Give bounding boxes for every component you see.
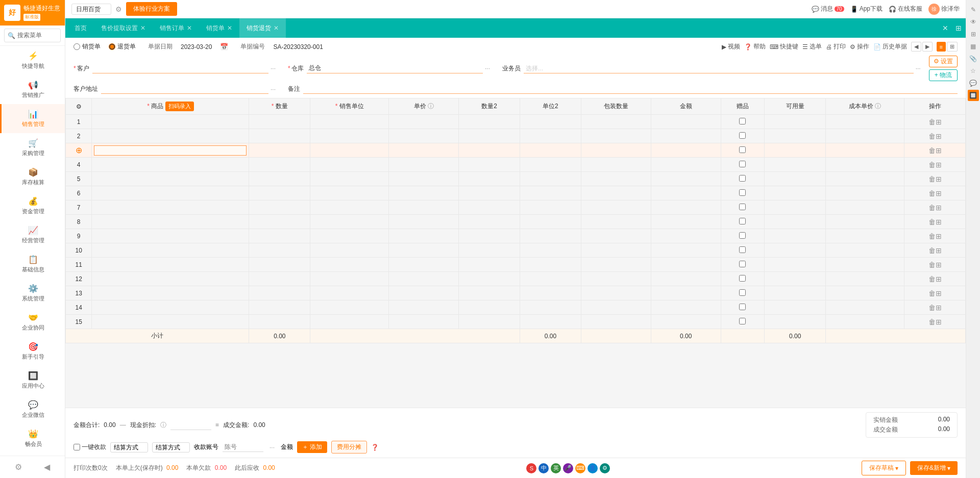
unit-cell[interactable] xyxy=(310,200,389,215)
one-click-payment-input[interactable] xyxy=(74,444,80,450)
account-dots[interactable]: ··· xyxy=(267,444,277,451)
toolbar-print[interactable]: 🖨 打印 xyxy=(826,42,846,51)
customer-input[interactable] xyxy=(92,64,268,73)
next-record-button[interactable]: ▶ xyxy=(922,42,933,52)
unit2-cell[interactable] xyxy=(520,129,581,143)
unit2-cell[interactable] xyxy=(520,286,581,300)
cost-price-cell[interactable] xyxy=(826,300,904,315)
delete-row-button[interactable]: 🗑 xyxy=(928,318,936,326)
account-number-input[interactable] xyxy=(223,442,263,452)
actions-cell[interactable]: 🗑⊞ xyxy=(904,258,966,272)
copy-row-button[interactable]: ⊞ xyxy=(936,318,942,326)
amount-cell[interactable] xyxy=(651,115,721,129)
product-cell[interactable] xyxy=(92,286,249,300)
discount-input[interactable] xyxy=(170,420,211,430)
unit2-cell[interactable] xyxy=(520,200,581,215)
column-settings-icon[interactable]: ⚙ xyxy=(68,103,89,110)
tab-return[interactable]: 销货退货 ✕ xyxy=(239,18,286,38)
topbar-gear-icon[interactable]: ⚙ xyxy=(115,5,122,13)
radio-sales-bill[interactable]: 销货单 xyxy=(74,42,101,51)
available-cell[interactable] xyxy=(765,115,826,129)
save-draft-button[interactable]: 保存草稿 ▾ xyxy=(862,461,906,475)
copy-row-button[interactable]: ⊞ xyxy=(936,232,942,240)
delete-row-button[interactable]: 🗑 xyxy=(928,204,936,212)
pkg-qty-cell[interactable] xyxy=(581,258,651,272)
actions-cell[interactable]: 🗑⊞ xyxy=(904,286,966,300)
gift-cell[interactable] xyxy=(721,243,765,258)
cost-price-cell[interactable] xyxy=(826,172,904,186)
gift-checkbox[interactable] xyxy=(739,132,746,139)
toolbar-video[interactable]: ▶ 视频 xyxy=(722,42,740,51)
address-select-button[interactable]: ··· xyxy=(268,86,278,93)
logistics-button[interactable]: + 物流 xyxy=(929,69,958,81)
pkg-qty-cell[interactable] xyxy=(581,229,651,243)
unit-cell[interactable] xyxy=(310,272,389,286)
available-cell[interactable] xyxy=(765,243,826,258)
unit2-cell[interactable] xyxy=(520,215,581,229)
copy-row-button[interactable]: ⊞ xyxy=(936,204,942,212)
amount-cell[interactable] xyxy=(651,172,721,186)
tab-layout-button[interactable]: ⊞ xyxy=(953,23,964,33)
gift-checkbox[interactable] xyxy=(739,304,746,310)
amount-cell[interactable] xyxy=(651,215,721,229)
cost-price-cell[interactable] xyxy=(826,286,904,300)
toolbar-shortcut[interactable]: ⌨ 快捷键 xyxy=(770,42,798,51)
delete-row-button[interactable]: 🗑 xyxy=(928,218,936,226)
radio-return-input[interactable] xyxy=(109,43,115,50)
delete-row-button[interactable]: 🗑 xyxy=(928,275,936,283)
unit2-cell[interactable] xyxy=(520,186,581,200)
unit-price-cell[interactable] xyxy=(389,300,459,315)
delete-row-button[interactable]: 🗑 xyxy=(928,232,936,240)
unit-price-cell[interactable] xyxy=(389,172,459,186)
delete-row-button[interactable]: 🗑 xyxy=(928,146,936,155)
prev-record-button[interactable]: ◀ xyxy=(911,42,921,52)
right-sidebar-clip[interactable]: 📎 xyxy=(968,53,979,64)
qty2-cell[interactable] xyxy=(459,229,520,243)
unit-price-cell[interactable] xyxy=(389,286,459,300)
product-cell[interactable] xyxy=(92,129,249,143)
cost-price-cell[interactable] xyxy=(826,315,904,329)
gift-cell[interactable] xyxy=(721,315,765,329)
copy-row-button[interactable]: ⊞ xyxy=(936,261,942,269)
sidebar-item-purchase[interactable]: 🛒 采购管理 xyxy=(0,133,65,162)
gift-checkbox[interactable] xyxy=(739,246,746,253)
pkg-qty-cell[interactable] xyxy=(581,215,651,229)
amount-cell[interactable] xyxy=(651,243,721,258)
gift-checkbox[interactable] xyxy=(739,146,746,153)
sidebar-item-finance[interactable]: 💰 资金管理 xyxy=(0,191,65,220)
unit-cell[interactable] xyxy=(310,115,389,129)
quantity-cell[interactable] xyxy=(249,215,310,229)
qty2-cell[interactable] xyxy=(459,215,520,229)
cost-price-cell[interactable] xyxy=(826,186,904,200)
industry-select[interactable]: 日用百货 xyxy=(71,4,111,15)
product-cell[interactable] xyxy=(92,186,249,200)
available-cell[interactable] xyxy=(765,186,826,200)
gift-cell[interactable] xyxy=(721,129,765,143)
quantity-cell[interactable] xyxy=(249,243,310,258)
available-cell[interactable] xyxy=(765,143,826,158)
cost-price-cell[interactable] xyxy=(826,272,904,286)
warehouse-input[interactable] xyxy=(307,64,483,73)
sidebar-item-member[interactable]: 👑 畅会员 xyxy=(0,424,65,453)
delete-row-button[interactable]: 🗑 xyxy=(928,261,936,269)
amount-cell[interactable] xyxy=(651,272,721,286)
qty2-cell[interactable] xyxy=(459,172,520,186)
pkg-qty-cell[interactable] xyxy=(581,129,651,143)
unit-cell[interactable] xyxy=(310,186,389,200)
sidebar-item-wechat[interactable]: 💬 企业微信 xyxy=(0,395,65,424)
available-cell[interactable] xyxy=(765,229,826,243)
cost-price-cell[interactable] xyxy=(826,258,904,272)
person-icon[interactable]: 👤 xyxy=(587,463,598,473)
setting-button[interactable]: ⚙ 设置 xyxy=(929,56,958,67)
user-profile[interactable]: 徐 徐泽华 xyxy=(928,4,960,15)
sidebar-item-sales[interactable]: 📊 销售管理 xyxy=(0,104,65,133)
unit-cell[interactable] xyxy=(310,315,389,329)
copy-row-button[interactable]: ⊞ xyxy=(936,289,942,297)
sidebar-item-enterprise[interactable]: 🤝 企业协同 xyxy=(0,308,65,337)
cost-price-cell[interactable] xyxy=(826,158,904,172)
sidebar-item-system[interactable]: ⚙️ 系统管理 xyxy=(0,279,65,308)
amount-cell[interactable] xyxy=(651,158,721,172)
amount-cell[interactable] xyxy=(651,315,721,329)
unit-price-cell[interactable] xyxy=(389,258,459,272)
scan-button[interactable]: 扫码录入 xyxy=(165,102,194,111)
